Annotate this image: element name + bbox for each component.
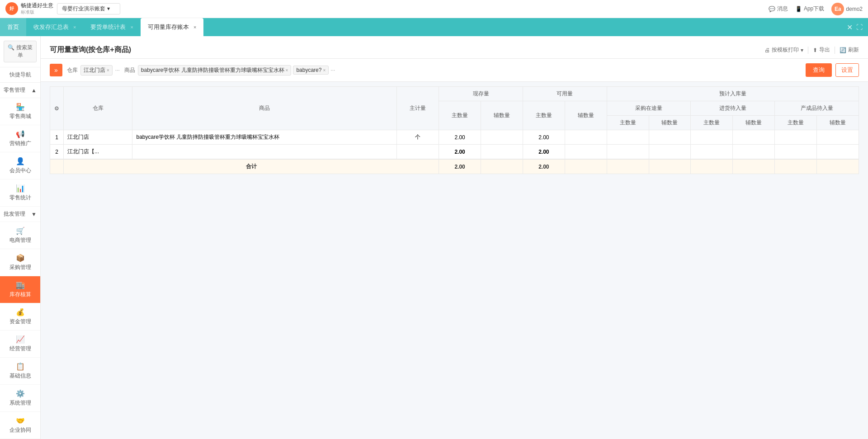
tab-collect[interactable]: 收发存汇总表 × (26, 18, 83, 36)
sidebar-item-member[interactable]: 👤 会员中心 (0, 152, 40, 179)
product-filter: 商品 babycare学饮杯 儿童防摔防撞吸管杯重力球吸嘴杯宝宝水杯 × bab… (124, 65, 335, 76)
sidebar-item-retail-stats[interactable]: 📊 零售统计 (0, 179, 40, 207)
footer-label: 合计 (64, 159, 439, 174)
sidebar: 🔍 搜索菜单 快捷导航 零售管理 ▲ 🏪 零售商城 📢 营销推广 👤 会员中心 … (0, 36, 41, 439)
logo-sub: 标准版 (21, 9, 53, 15)
warehouse-tag-jiangbei: 江北门店 × (80, 65, 113, 76)
warehouse-tag-close[interactable]: × (107, 68, 109, 73)
tab-collect-close[interactable]: × (73, 24, 76, 30)
settings-btn[interactable]: 设置 (835, 63, 859, 77)
warehouse-tags: 江北门店 × (80, 65, 113, 76)
logo-text: 畅捷通好生意 (21, 2, 53, 9)
row-arrival-main (691, 130, 733, 145)
nav-expand-btn[interactable]: ⛶ (856, 24, 863, 31)
sidebar-item-retail-shop[interactable]: 🏪 零售商城 (0, 98, 40, 125)
tab-home[interactable]: 首页 (0, 18, 26, 36)
warehouse-more[interactable]: ··· (115, 67, 120, 73)
row-purchase-transit-main (607, 145, 649, 160)
inventory-icon: 🏬 (16, 281, 25, 289)
sidebar-item-ecommerce[interactable]: 🛒 电商管理 (0, 222, 40, 249)
user-area[interactable]: Ea demo2 (831, 3, 863, 15)
sidebar-item-basic[interactable]: 📋 基础信息 (0, 358, 40, 385)
stats-icon: 📊 (16, 184, 25, 193)
print-btn[interactable]: 🖨 按模板打印 ▾ (764, 46, 803, 54)
message-btn[interactable]: 💬 消息 (769, 5, 788, 13)
th-purchase-transit: 采购在途量 (607, 101, 691, 116)
sidebar-item-inventory[interactable]: 🏬 库存核算 (0, 276, 40, 303)
tab-order-close[interactable]: × (130, 24, 133, 30)
th-arrival-aux: 辅数量 (733, 116, 775, 130)
row-current-main: 2.00 (439, 145, 481, 160)
search-menu-label: 搜索菜单 (16, 44, 33, 58)
product-tag-1-close[interactable]: × (286, 68, 288, 73)
quick-nav-btn[interactable]: 快捷导航 (0, 67, 40, 83)
th-arrival-pending: 进货待入量 (691, 101, 775, 116)
table-container: ⚙ 仓库 商品 主计量 现存量 可用量 预计入库量 主数量 辅数量 主数量 辅数… (41, 82, 868, 439)
footer-product-aux (817, 159, 859, 174)
sidebar-item-label: 经营管理 (9, 345, 31, 353)
tab-order[interactable]: 要货单统计表 × (83, 18, 140, 36)
divider (808, 47, 808, 54)
row-avail-aux (565, 130, 607, 145)
app-download-btn[interactable]: 📱 App下载 (795, 5, 824, 13)
th-forecast-in: 预计入库量 (607, 87, 859, 101)
footer-current-aux (481, 159, 523, 174)
sidebar-item-label: 零售商城 (9, 113, 31, 120)
th-purchase-transit-aux: 辅数量 (649, 116, 691, 130)
filter-actions: 查询 设置 (806, 63, 859, 77)
page-header-actions: 🖨 按模板打印 ▾ ⬆ 导出 🔄 刷新 (764, 46, 859, 54)
filter-toggle-btn[interactable]: » (50, 64, 62, 76)
purchase-icon: 📦 (16, 254, 25, 262)
sidebar-item-enterprise[interactable]: 🤝 企业协同 (0, 412, 40, 439)
product-tag-2-close[interactable]: × (323, 68, 326, 73)
sidebar-item-retail-mgmt[interactable]: 零售管理 ▲ (0, 83, 40, 98)
chevron-down-icon: ▾ (107, 5, 110, 12)
th-current-aux: 辅数量 (481, 101, 523, 130)
row-current-main: 2.00 (439, 130, 481, 145)
refresh-btn[interactable]: 🔄 刷新 (840, 46, 859, 54)
sidebar-item-marketing[interactable]: 📢 营销推广 (0, 125, 40, 152)
nav-close-btn[interactable]: ✕ (847, 23, 853, 32)
sidebar-item-purchase[interactable]: 📦 采购管理 (0, 249, 40, 276)
product-label: 商品 (124, 66, 135, 74)
table-row: 2 江北门店【... 2.00 2.00 (50, 145, 859, 160)
logo-area: 好 畅捷通好生意 标准版 (5, 2, 53, 15)
product-more[interactable]: ··· (330, 67, 335, 73)
tab-available-close[interactable]: × (193, 24, 196, 30)
footer-product-main (775, 159, 817, 174)
sidebar-item-label: 库存核算 (9, 291, 31, 298)
sidebar-item-operations[interactable]: 📈 经营管理 (0, 330, 40, 358)
ecommerce-icon: 🛒 (16, 227, 25, 235)
tab-available[interactable]: 可用量库存账本 × (141, 18, 203, 36)
sidebar-item-finance[interactable]: 💰 资金管理 (0, 303, 40, 330)
footer-purchase-transit-main (607, 159, 649, 174)
footer-purchase-transit-aux (649, 159, 691, 174)
row-product-main (775, 145, 817, 160)
nav-tabs: 首页 收发存汇总表 × 要货单统计表 × 可用量库存账本 × ✕ ⛶ (0, 18, 868, 36)
footer-arrival-aux (733, 159, 775, 174)
industry-select[interactable]: 母婴行业演示账套 ▾ (57, 3, 120, 14)
chevron-icon: ▼ (31, 211, 37, 217)
row-purchase-transit-main (607, 130, 649, 145)
table-row: 1 江北门店 babycare学饮杯 儿童防摔防撞吸管杯重力球吸嘴杯宝宝水杯 个… (50, 130, 859, 145)
export-icon: ⬆ (813, 47, 817, 53)
query-btn[interactable]: 查询 (806, 63, 832, 77)
search-menu-btn[interactable]: 🔍 搜索菜单 (4, 41, 37, 62)
sidebar-item-label: 营销推广 (9, 140, 31, 147)
sidebar-item-label: 零售管理 (4, 86, 25, 94)
sidebar-item-label: 批发管理 (4, 210, 25, 218)
product-tag-1-label: babycare学饮杯 儿童防摔防撞吸管杯重力球吸嘴杯宝宝水杯 (141, 66, 284, 74)
finance-icon: 💰 (16, 308, 25, 316)
sidebar-item-label: 零售统计 (9, 194, 31, 202)
row-product: babycare学饮杯 儿童防摔防撞吸管杯重力球吸嘴杯宝宝水杯 (132, 130, 397, 145)
message-label: 消息 (777, 5, 788, 13)
chevron-icon: ▲ (31, 87, 37, 94)
warehouse-label: 仓库 (67, 66, 78, 74)
export-btn[interactable]: ⬆ 导出 (813, 46, 830, 54)
sidebar-item-wholesale-mgmt[interactable]: 批发管理 ▼ (0, 207, 40, 222)
refresh-label: 刷新 (848, 46, 859, 54)
page-header: 可用量查询(按仓库+商品) 🖨 按模板打印 ▾ ⬆ 导出 🔄 刷新 (41, 36, 868, 59)
sidebar-item-system[interactable]: ⚙️ 系统管理 (0, 385, 40, 412)
print-label: 按模板打印 (772, 46, 799, 54)
tab-collect-label: 收发存汇总表 (33, 23, 69, 31)
